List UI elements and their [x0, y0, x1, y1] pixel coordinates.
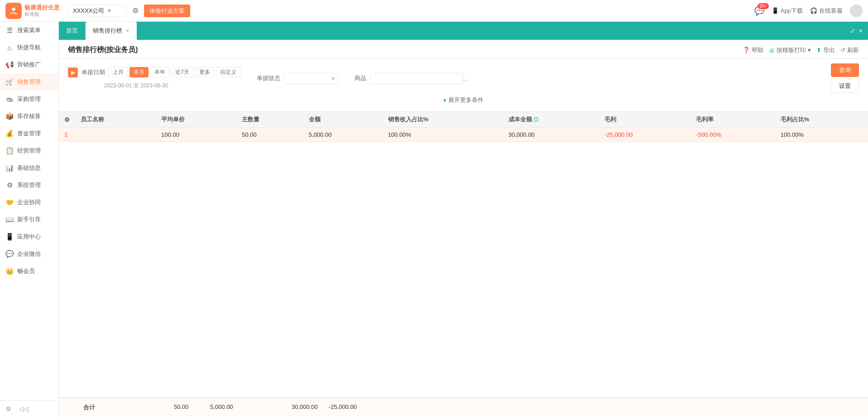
col-settings[interactable]: ⚙: [59, 112, 75, 128]
template-print-button[interactable]: 🖨 按模板打印 ▾: [769, 46, 811, 54]
status-select[interactable]: [284, 73, 338, 84]
goods-input[interactable]: [370, 73, 463, 84]
date-range-display: 2023-06-01 至 2023-06-30: [68, 82, 168, 90]
app-download-icon: 📱: [772, 7, 779, 14]
cell-sales-pct: 100.00%: [383, 128, 503, 142]
window-maximize-button[interactable]: ⤢: [850, 27, 855, 34]
sidebar-item-onboarding[interactable]: 📖 新手引导: [0, 211, 58, 228]
col-sales-pct: 销售收入占比%: [383, 112, 503, 128]
date-shortcuts: 上月 本月 本年 近7天 更多 自定义: [109, 67, 240, 77]
tab-home[interactable]: 首页: [59, 22, 86, 40]
col-name: 员工名称: [75, 112, 156, 128]
table-row: 1 100.00 50.00 5,000.00 100.00% 30,000.0…: [59, 128, 868, 142]
inventory-icon: 📦: [5, 112, 14, 120]
sidebar-item-system[interactable]: ⚙ 系统管理: [0, 177, 58, 194]
sidebar-item-enterprise-collab[interactable]: 🤝 企业协同: [0, 194, 58, 211]
collab-icon: 🤝: [5, 198, 14, 206]
date-label: 单据日期: [82, 68, 105, 77]
date-btn-cur-month[interactable]: 本月: [129, 67, 149, 77]
sidebar-item-inventory[interactable]: 📦 库存核算: [0, 108, 58, 125]
sidebar-item-finance[interactable]: 💰 资金管理: [0, 125, 58, 142]
notification-area[interactable]: 💬 99+: [754, 6, 764, 16]
print-icon: 🖨: [769, 47, 775, 53]
online-service-button[interactable]: 🎧 在线客服: [810, 7, 843, 15]
sidebar-settings-button[interactable]: ⚙: [5, 405, 11, 412]
export-button[interactable]: ⬆ 导出: [816, 46, 835, 54]
table-footer: 合计 50.00 5,000.00 30,000.00 -25,000.00: [59, 397, 868, 417]
sidebar-collapse-button[interactable]: ◁◁: [19, 405, 29, 412]
svg-point-0: [12, 7, 15, 10]
footer-quantity: 50.00: [168, 402, 205, 413]
finance-icon: 💰: [5, 129, 14, 138]
date-btn-year[interactable]: 本年: [150, 67, 169, 77]
industry-solution-button[interactable]: 体验行业方案: [144, 5, 190, 17]
expand-icon: ▾: [443, 97, 446, 104]
sidebar-item-app-center[interactable]: 📱 应用中心: [0, 228, 58, 245]
col-amount: 全额: [303, 112, 383, 128]
cell-amount: 5,000.00: [303, 128, 383, 142]
col-profit-pct: 毛利占比%: [775, 112, 868, 128]
help-button[interactable]: ❓ 帮助: [743, 46, 763, 54]
search-order-icon: ☰: [5, 26, 14, 34]
footer-label: 合计: [78, 402, 114, 413]
sidebar-bottom: ⚙ ◁◁: [0, 400, 58, 417]
data-table: ⚙ 员工名称 平均单价 主数量 全额 销售收入占比% 成本全额 ⓘ 毛利 毛利率…: [59, 112, 868, 142]
expand-more-button[interactable]: ▾ 展开更多条件: [443, 96, 484, 104]
sidebar-item-enterprise-wechat[interactable]: 💬 企业微信: [0, 245, 58, 263]
tab-sales-ranking[interactable]: 销售排行榜 ×: [86, 22, 137, 40]
footer-cost: 30,000.00: [286, 402, 323, 413]
col-profit: 毛利: [599, 112, 691, 128]
footer-profit: -25,000.00: [323, 402, 362, 413]
topbar-settings-button[interactable]: ⚙: [130, 5, 140, 17]
marketing-icon: 📢: [5, 61, 14, 69]
cell-profit-rate: -500.00%: [691, 128, 775, 142]
sidebar-item-basic-info[interactable]: 📊 基础信息: [0, 159, 58, 177]
refresh-icon: ↺: [840, 47, 845, 53]
company-selector[interactable]: XXXXX公司 ▾: [68, 5, 127, 17]
cell-profit: -25,000.00: [599, 128, 691, 142]
logo-subtitle: 标准版: [24, 11, 60, 17]
app-download-button[interactable]: 📱 App下载: [772, 7, 803, 15]
query-button[interactable]: 查询: [831, 63, 859, 77]
settings-button[interactable]: 设置: [831, 79, 859, 93]
footer-amount: 5,000.00: [205, 402, 241, 413]
date-btn-custom[interactable]: 自定义: [216, 67, 240, 77]
sidebar-item-sales-mgmt[interactable]: 🛒 销售管理: [0, 73, 58, 91]
logo-icon: [5, 3, 22, 19]
sidebar-item-quick-nav[interactable]: ⌂ 快捷导航: [0, 39, 58, 56]
filter-expand-arrow[interactable]: ▶: [68, 67, 78, 77]
system-icon: ⚙: [5, 181, 14, 189]
basic-info-icon: 📊: [5, 164, 14, 172]
date-btn-7days[interactable]: 近7天: [171, 67, 193, 77]
chevron-down-icon: ▾: [108, 7, 111, 14]
cell-profit-pct: 100.00%: [775, 128, 868, 142]
print-chevron-icon: ▾: [808, 47, 811, 53]
purchase-icon: 🛍: [5, 95, 14, 103]
sidebar-item-search-order[interactable]: ☰ 搜索菜单: [0, 22, 58, 39]
table-wrap: ⚙ 员工名称 平均单价 主数量 全额 销售收入占比% 成本全额 ⓘ 毛利 毛利率…: [59, 112, 868, 397]
status-label: 单据状态: [257, 74, 280, 82]
col-quantity: 主数量: [236, 112, 303, 128]
tab-close-icon[interactable]: ×: [126, 28, 129, 34]
col-avg-price: 平均单价: [156, 112, 236, 128]
cell-quantity: 50.00: [236, 128, 303, 142]
date-btn-prev-month[interactable]: 上月: [109, 67, 128, 77]
cell-avg-price: 100.00: [156, 128, 236, 142]
avatar[interactable]: [850, 5, 863, 17]
tab-maximize-area: ⤢ ×: [850, 27, 868, 34]
sidebar-item-member[interactable]: 👑 畅会员: [0, 263, 58, 280]
refresh-button[interactable]: ↺ 刷新: [840, 46, 859, 54]
wechat-icon: 💬: [5, 250, 14, 258]
cell-rank: 1: [59, 128, 75, 142]
sidebar-item-purchase[interactable]: 🛍 采购管理: [0, 91, 58, 108]
app-icon: 📱: [5, 233, 14, 241]
status-select-wrap: ▾: [284, 73, 338, 84]
col-cost: 成本全额 ⓘ: [503, 112, 599, 128]
date-btn-more[interactable]: 更多: [195, 67, 214, 77]
goods-more-icon[interactable]: ...: [463, 75, 468, 82]
col-profit-rate: 毛利率: [691, 112, 775, 128]
sidebar-item-operations[interactable]: 📋 经营管理: [0, 142, 58, 159]
export-icon: ⬆: [816, 47, 821, 53]
window-close-button[interactable]: ×: [859, 27, 863, 34]
sidebar-item-marketing[interactable]: 📢 营销推广: [0, 56, 58, 73]
